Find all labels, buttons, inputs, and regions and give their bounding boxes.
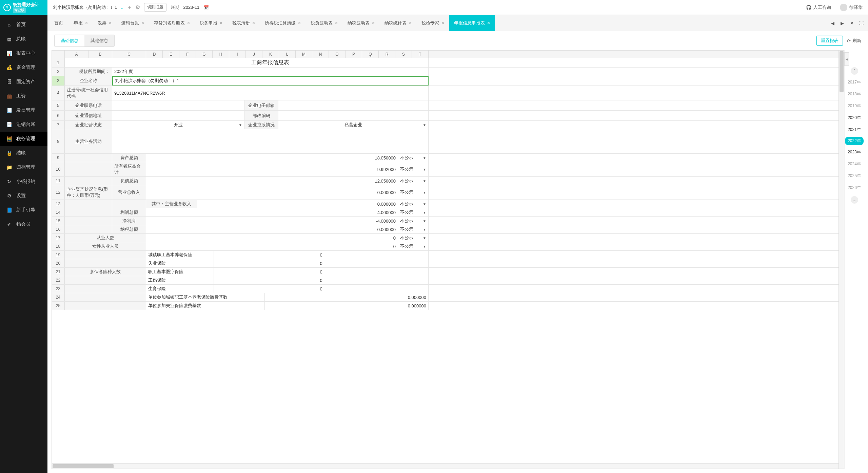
holding-dropdown[interactable]: 私营企业▼ bbox=[278, 121, 429, 129]
asset-value[interactable]: -4.000000 bbox=[146, 208, 398, 216]
column-header[interactable]: I bbox=[229, 51, 246, 58]
status-dropdown[interactable]: 开业▼ bbox=[112, 121, 244, 129]
publish-dropdown[interactable]: 不公示▼ bbox=[398, 234, 429, 242]
row-header[interactable]: 20 bbox=[52, 259, 65, 267]
sub-tab-basic[interactable]: 基础信息 bbox=[55, 35, 84, 46]
postcode-input[interactable] bbox=[278, 111, 429, 120]
refresh-button[interactable]: ⟳ 刷新 bbox=[847, 38, 861, 44]
user-menu[interactable]: 徐泽华 bbox=[840, 4, 863, 11]
female-count-value[interactable]: 0 bbox=[146, 242, 398, 250]
row-header[interactable]: 4 bbox=[52, 86, 65, 100]
close-icon[interactable]: ✕ bbox=[409, 21, 412, 25]
insurance-value[interactable]: 0 bbox=[214, 276, 429, 284]
main-biz-input[interactable] bbox=[112, 129, 429, 153]
collapse-year-panel-button[interactable]: ◀ bbox=[844, 52, 849, 66]
tab[interactable]: 所得税汇算清缴✕ bbox=[260, 15, 306, 31]
tab[interactable]: 纳税波动表✕ bbox=[343, 15, 380, 31]
publish-dropdown[interactable]: 不公示▼ bbox=[398, 154, 429, 162]
row-header[interactable]: 10 bbox=[52, 162, 65, 176]
base-value[interactable]: 0.000000 bbox=[265, 293, 429, 301]
column-header[interactable]: C bbox=[112, 51, 146, 58]
publish-dropdown[interactable]: 不公示▼ bbox=[398, 185, 429, 200]
column-header[interactable]: P bbox=[346, 51, 362, 58]
sidebar-item-guide[interactable]: 📘新手引导 bbox=[0, 203, 47, 217]
row-header[interactable]: 18 bbox=[52, 242, 65, 250]
year-item[interactable]: 2020年 bbox=[846, 113, 862, 123]
sidebar-item-member[interactable]: ✔畅会员 bbox=[0, 217, 47, 231]
column-header[interactable]: B bbox=[88, 51, 112, 58]
row-header[interactable]: 3 bbox=[52, 76, 65, 86]
close-icon[interactable]: ✕ bbox=[141, 21, 144, 25]
year-item[interactable]: 2021年 bbox=[846, 125, 862, 135]
close-icon[interactable]: ✕ bbox=[372, 21, 375, 25]
close-icon[interactable]: ✕ bbox=[187, 21, 190, 25]
row-header[interactable]: 15 bbox=[52, 217, 65, 225]
close-icon[interactable]: ✕ bbox=[441, 21, 445, 25]
tab[interactable]: ·申报✕ bbox=[68, 15, 93, 31]
row-header[interactable]: 8 bbox=[52, 129, 65, 153]
address-input[interactable] bbox=[112, 111, 244, 120]
sidebar-item-invoice[interactable]: 🧾发票管理 bbox=[0, 103, 47, 117]
publish-dropdown[interactable]: 不公示▼ bbox=[398, 162, 429, 176]
switch-old-button[interactable]: 切到旧版 bbox=[144, 3, 166, 12]
column-header[interactable]: E bbox=[163, 51, 179, 58]
tab[interactable]: 存货别名对照表✕ bbox=[149, 15, 195, 31]
sidebar-item-fund[interactable]: 💰资金管理 bbox=[0, 60, 47, 75]
account-selector[interactable]: 刘小艳演示账套（勿删勿动！）1 ⌄ bbox=[53, 4, 124, 11]
publish-dropdown[interactable]: 不公示▼ bbox=[398, 242, 429, 250]
asset-value[interactable]: 18.050000 bbox=[146, 154, 398, 162]
row-header[interactable]: 17 bbox=[52, 234, 65, 242]
column-header[interactable]: O bbox=[329, 51, 346, 58]
asset-value[interactable]: 12.050000 bbox=[146, 177, 398, 185]
row-header[interactable]: 9 bbox=[52, 154, 65, 162]
tab[interactable]: 税务申报✕ bbox=[195, 15, 228, 31]
column-header[interactable]: H bbox=[213, 51, 229, 58]
row-header[interactable]: 7 bbox=[52, 121, 65, 129]
settings-icon[interactable]: ⚙ bbox=[135, 4, 140, 11]
row-header[interactable]: 24 bbox=[52, 293, 65, 301]
column-header[interactable]: Q bbox=[362, 51, 379, 58]
tab[interactable]: 发票✕ bbox=[93, 15, 117, 31]
tab-next-button[interactable]: ▶ bbox=[837, 18, 847, 28]
tab-prev-button[interactable]: ◀ bbox=[828, 18, 837, 28]
cell[interactable] bbox=[65, 58, 112, 67]
year-up-button[interactable]: ⌃ bbox=[851, 67, 858, 75]
row-header[interactable]: 6 bbox=[52, 111, 65, 120]
reg-no-value[interactable]: 91320811MA7NGR2W6R bbox=[112, 86, 429, 100]
row-header[interactable]: 16 bbox=[52, 225, 65, 233]
year-item[interactable]: 2023年 bbox=[846, 147, 862, 157]
row-header[interactable]: 1 bbox=[52, 58, 65, 67]
add-account-button[interactable]: + bbox=[128, 4, 131, 11]
column-header[interactable]: F bbox=[179, 51, 196, 58]
employee-count-value[interactable]: 0 bbox=[146, 234, 398, 242]
sidebar-item-settings[interactable]: ⚙设置 bbox=[0, 189, 47, 203]
column-header[interactable]: L bbox=[279, 51, 296, 58]
row-header[interactable]: 21 bbox=[52, 268, 65, 276]
close-icon[interactable]: ✕ bbox=[252, 21, 255, 25]
row-header[interactable]: 19 bbox=[52, 251, 65, 259]
tab[interactable]: 税表清册✕ bbox=[228, 15, 260, 31]
column-header[interactable]: K bbox=[262, 51, 279, 58]
column-header[interactable]: D bbox=[146, 51, 163, 58]
row-header[interactable]: 14 bbox=[52, 208, 65, 216]
column-header[interactable]: N bbox=[312, 51, 329, 58]
sub-tab-other[interactable]: 其他信息 bbox=[84, 35, 114, 46]
close-icon[interactable]: ✕ bbox=[335, 21, 338, 25]
base-value[interactable]: 0.000000 bbox=[265, 302, 429, 310]
tab[interactable]: 年报信息申报表✕ bbox=[449, 15, 495, 31]
asset-value[interactable]: 0.000000 bbox=[146, 185, 398, 200]
column-header[interactable]: A bbox=[65, 51, 88, 58]
asset-value[interactable]: -4.000000 bbox=[146, 217, 398, 225]
period-value[interactable]: 2023-11 bbox=[183, 5, 200, 10]
fullscreen-button[interactable]: ⛶ bbox=[856, 18, 866, 28]
insurance-value[interactable]: 0 bbox=[214, 251, 429, 259]
horizontal-scrollbar[interactable] bbox=[52, 463, 839, 469]
sidebar-item-report[interactable]: 📊报表中心 bbox=[0, 46, 47, 60]
sidebar-item-tax[interactable]: 🧮税务管理 bbox=[0, 132, 47, 146]
column-header[interactable]: T bbox=[412, 51, 429, 58]
column-header[interactable]: S bbox=[395, 51, 412, 58]
column-header[interactable]: J bbox=[246, 51, 262, 58]
asset-value[interactable]: 9.992000 bbox=[146, 162, 398, 176]
sidebar-item-ledger[interactable]: ▦总账 bbox=[0, 32, 47, 46]
publish-dropdown[interactable]: 不公示▼ bbox=[398, 200, 429, 208]
